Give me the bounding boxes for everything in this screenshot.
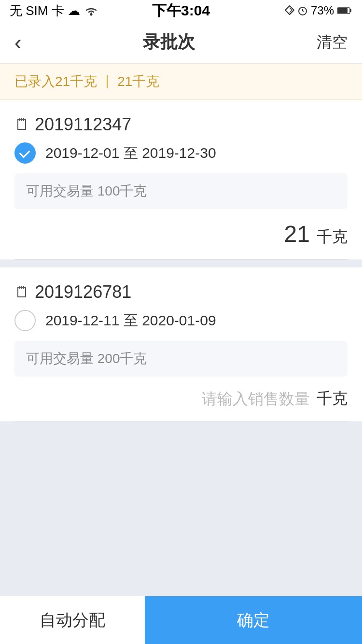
input-unit-2: 千克 (317, 388, 348, 409)
confirm-button[interactable]: 确定 (145, 596, 362, 644)
batch-item-2: 🗒 2019126781 2019-12-11 至 2020-01-09 可用交… (0, 267, 362, 377)
batch-date-2: 2019-12-11 至 2020-01-09 (45, 311, 216, 331)
auto-distribute-button[interactable]: 自动分配 (0, 596, 145, 644)
status-bar: 无 SIM 卡 ☁ 下午3:04 73% (0, 0, 362, 21)
input-row-2: 千克 (0, 377, 362, 421)
sim-text: 无 SIM 卡 ☁ (10, 2, 80, 19)
quantity-input-2[interactable] (117, 390, 310, 408)
wifi-icon (84, 5, 98, 16)
svg-rect-5 (350, 9, 351, 12)
batch-header-2: 🗒 2019126781 (14, 282, 348, 302)
recorded-text: 已录入21千克 (14, 72, 97, 91)
amount-unit-1: 千克 (317, 226, 348, 248)
amount-row-1: 21 千克 (0, 209, 362, 259)
avail-box-2: 可用交易量 200千克 (14, 341, 348, 377)
alarm-icon (297, 5, 308, 16)
radio-btn-2[interactable] (14, 310, 36, 331)
total-text: 21千克 (117, 72, 159, 91)
page-title: 录批次 (143, 30, 195, 54)
bottom-bar: 自动分配 确定 (0, 596, 362, 644)
banner-divider (107, 75, 108, 88)
clear-button[interactable]: 清空 (317, 32, 348, 53)
battery-icon (337, 6, 352, 15)
status-right: 73% (285, 4, 352, 17)
batch-id-2: 2019126781 (35, 282, 131, 302)
batch-header-1: 🗒 2019112347 (14, 114, 348, 135)
batch-icon-2: 🗒 (14, 283, 30, 301)
status-time: 下午3:04 (152, 1, 210, 21)
radio-btn-1[interactable] (14, 142, 36, 164)
nav-bar: ‹ 录批次 清空 (0, 21, 362, 64)
batch-date-1: 2019-12-01 至 2019-12-30 (45, 143, 216, 163)
avail-box-1: 可用交易量 100千克 (14, 173, 348, 209)
battery-percent: 73% (311, 4, 334, 17)
status-left: 无 SIM 卡 ☁ (10, 2, 98, 19)
batch-id-1: 2019112347 (35, 114, 131, 135)
batch-date-row-2: 2019-12-11 至 2020-01-09 (14, 310, 348, 331)
batch-icon-1: 🗒 (14, 116, 30, 134)
svg-point-0 (90, 14, 92, 16)
batch-date-row-1: 2019-12-01 至 2019-12-30 (14, 142, 348, 164)
svg-rect-6 (338, 8, 348, 13)
location-icon (285, 5, 294, 16)
amount-value-1: 21 (284, 221, 310, 247)
section-divider (0, 260, 362, 267)
batch-item-1: 🗒 2019112347 2019-12-01 至 2019-12-30 可用交… (0, 100, 362, 209)
back-button[interactable]: ‹ (14, 32, 22, 53)
info-banner: 已录入21千克 21千克 (0, 64, 362, 100)
